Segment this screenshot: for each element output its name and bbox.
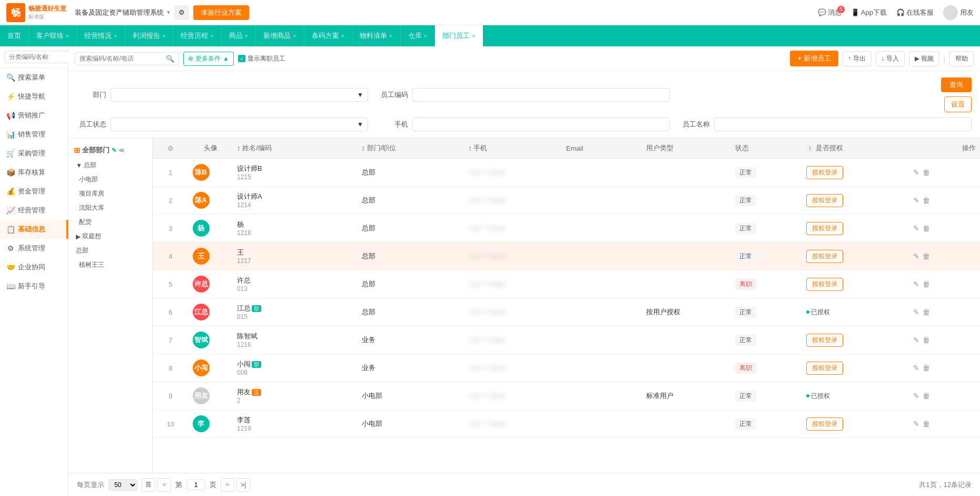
col-dept-header[interactable]: ↕ 部门/职位 — [358, 138, 464, 159]
close-tab-icon[interactable]: × — [66, 33, 69, 39]
dept-item-peihuo[interactable]: 配货 — [68, 215, 152, 229]
nav-tab-首页[interactable]: 首页 — [0, 25, 29, 46]
close-tab-icon[interactable]: × — [341, 33, 344, 39]
edit-icon[interactable]: ✎ — [913, 252, 919, 260]
nav-tab-部门员工[interactable]: 部门员工 × — [435, 25, 483, 46]
delete-icon[interactable]: 🗑 — [923, 364, 930, 372]
nav-tab-客户联络[interactable]: 客户联络 × — [29, 25, 77, 46]
dept-item-xiangmuKufang[interactable]: 项目库房 — [68, 187, 152, 201]
auth-login-button[interactable]: 授权登录 — [806, 334, 843, 347]
nav-tab-条码方案[interactable]: 条码方案 × — [304, 25, 352, 46]
delete-icon[interactable]: 🗑 — [923, 420, 930, 428]
edit-icon[interactable]: ✎ — [913, 224, 919, 232]
dept-zonbu-toggle[interactable]: ▼ 总部 — [68, 158, 152, 172]
dept-shuangtingxiang[interactable]: ▶ 双庭想 — [68, 229, 152, 244]
settings-button[interactable]: 设置 — [944, 96, 972, 112]
first-page-button[interactable]: 首 — [142, 478, 155, 492]
filter-dept-select[interactable]: ▼ — [111, 88, 368, 102]
auth-login-button[interactable]: 授权登录 — [806, 278, 843, 291]
edit-icon[interactable]: ✎ — [112, 147, 116, 154]
sidebar-item-销售管理[interactable]: 📊销售管理 — [0, 125, 68, 144]
edit-icon[interactable]: ✎ — [913, 280, 919, 288]
edit-icon[interactable]: ✎ — [913, 196, 919, 205]
search-input[interactable] — [80, 55, 164, 62]
auth-login-button[interactable]: 授权登录 — [806, 417, 843, 431]
add-employee-button[interactable]: + 新增员工 — [790, 51, 838, 66]
filter-empcode-input[interactable] — [412, 88, 670, 102]
auth-login-button[interactable]: 授权登录 — [806, 362, 843, 375]
nav-tab-经营情况[interactable]: 经营情况 × — [77, 25, 125, 46]
delete-icon[interactable]: 🗑 — [923, 308, 930, 316]
close-tab-icon[interactable]: × — [245, 33, 248, 39]
auth-login-button[interactable]: 授权登录 — [806, 222, 843, 235]
col-settings-icon[interactable]: ⚙ — [153, 138, 189, 159]
dept-zonbu2[interactable]: 总部 — [68, 244, 152, 258]
nav-tab-物料清单[interactable]: 物料清单 × — [352, 25, 400, 46]
dept-all-header[interactable]: ⊞ 全部部门 ✎ ≪ — [68, 142, 152, 158]
close-tab-icon[interactable]: × — [210, 33, 213, 39]
message-icon[interactable]: 💬消息 6 — [818, 8, 842, 17]
app-download[interactable]: 📱App下载 — [851, 8, 887, 17]
auth-login-button[interactable]: 授权登录 — [806, 166, 843, 179]
auth-login-button[interactable]: 授权登录 — [806, 194, 843, 207]
show-inactive-toggle[interactable]: ✓ 显示离职员工 — [238, 54, 285, 63]
close-tab-icon[interactable]: × — [114, 33, 117, 39]
col-name-header[interactable]: ↕ 姓名/编码 — [233, 138, 357, 159]
close-tab-icon[interactable]: × — [293, 33, 296, 39]
online-support[interactable]: 🎧在线客服 — [896, 8, 934, 17]
search-button[interactable]: 查询 — [941, 77, 972, 92]
close-tab-icon[interactable]: × — [424, 33, 427, 39]
sidebar-item-快捷导航[interactable]: ⚡快捷导航 — [0, 87, 68, 106]
user-menu[interactable]: 用友 — [943, 5, 974, 20]
edit-icon[interactable]: ✎ — [913, 364, 919, 372]
delete-icon[interactable]: 🗑 — [923, 224, 930, 232]
sidebar-item-资金管理[interactable]: 💰资金管理 — [0, 182, 68, 201]
nav-tab-商品[interactable]: 商品 × — [222, 25, 256, 46]
filter-empname-input[interactable] — [714, 118, 972, 131]
page-number-input[interactable] — [186, 480, 205, 490]
edit-icon[interactable]: ✎ — [913, 392, 919, 400]
delete-icon[interactable]: 🗑 — [923, 196, 930, 205]
video-button[interactable]: ▶ 视频 — [909, 51, 939, 66]
filter-phone-input[interactable] — [412, 118, 670, 131]
sidebar-item-采购管理[interactable]: 🛒采购管理 — [0, 144, 68, 163]
edit-icon[interactable]: ✎ — [913, 420, 919, 428]
collapse-icon[interactable]: ≪ — [118, 147, 125, 154]
auth-login-button[interactable]: 授权登录 — [806, 250, 843, 263]
sidebar-item-系统管理[interactable]: ⚙系统管理 — [0, 239, 68, 258]
sidebar-item-搜索菜单[interactable]: 🔍搜索菜单 — [0, 68, 68, 87]
sidebar-item-新手引导[interactable]: 📖新手引导 — [0, 277, 68, 296]
more-filter-button[interactable]: ⊕ 更多条件 ▲ — [183, 52, 234, 66]
sidebar-item-经营管理[interactable]: 📈经营管理 — [0, 201, 68, 220]
nav-tab-新增商品[interactable]: 新增商品 × — [256, 25, 304, 46]
dept-item-shenyangdaku[interactable]: 沈阳大库 — [68, 201, 152, 215]
nav-tab-利润报告[interactable]: 利润报告 × — [125, 25, 173, 46]
delete-icon[interactable]: 🗑 — [923, 280, 930, 288]
search-box[interactable]: 🔍 — [75, 52, 179, 65]
edit-icon[interactable]: ✎ — [913, 168, 919, 177]
export-button[interactable]: ↑ 导出 — [843, 51, 872, 66]
nav-tab-仓库[interactable]: 仓库 × — [401, 25, 435, 46]
next-page-button[interactable]: ＞ — [221, 478, 234, 492]
sidebar-item-营销推广[interactable]: 📢营销推广 — [0, 106, 68, 125]
nav-tab-经营历程[interactable]: 经营历程 × — [173, 25, 221, 46]
sidebar-item-企业协同[interactable]: 🤝企业协同 — [0, 258, 68, 277]
delete-icon[interactable]: 🗑 — [923, 392, 930, 400]
sidebar-item-库存核算[interactable]: 📦库存核算 — [0, 163, 68, 182]
trial-button[interactable]: 体验行业方案 — [193, 5, 249, 20]
delete-icon[interactable]: 🗑 — [923, 168, 930, 177]
last-page-button[interactable]: >| — [236, 478, 250, 492]
sidebar-item-基础信息[interactable]: 📋基础信息 — [0, 220, 68, 239]
edit-icon[interactable]: ✎ — [913, 308, 919, 316]
close-tab-icon[interactable]: × — [389, 33, 392, 39]
delete-icon[interactable]: 🗑 — [923, 252, 930, 260]
prev-page-button[interactable]: ＜ — [157, 478, 171, 492]
filter-status-select[interactable]: ▼ — [111, 118, 368, 131]
close-tab-icon[interactable]: × — [472, 33, 475, 39]
page-size-select[interactable]: 50 20 100 — [108, 479, 137, 491]
edit-icon[interactable]: ✎ — [913, 336, 919, 344]
import-button[interactable]: ↓ 导入 — [876, 51, 905, 66]
help-button[interactable]: 帮助 — [949, 51, 974, 66]
dept-item-xiaodianbu[interactable]: 小电部 — [68, 172, 152, 187]
settings-icon[interactable]: ⚙ — [174, 5, 189, 20]
